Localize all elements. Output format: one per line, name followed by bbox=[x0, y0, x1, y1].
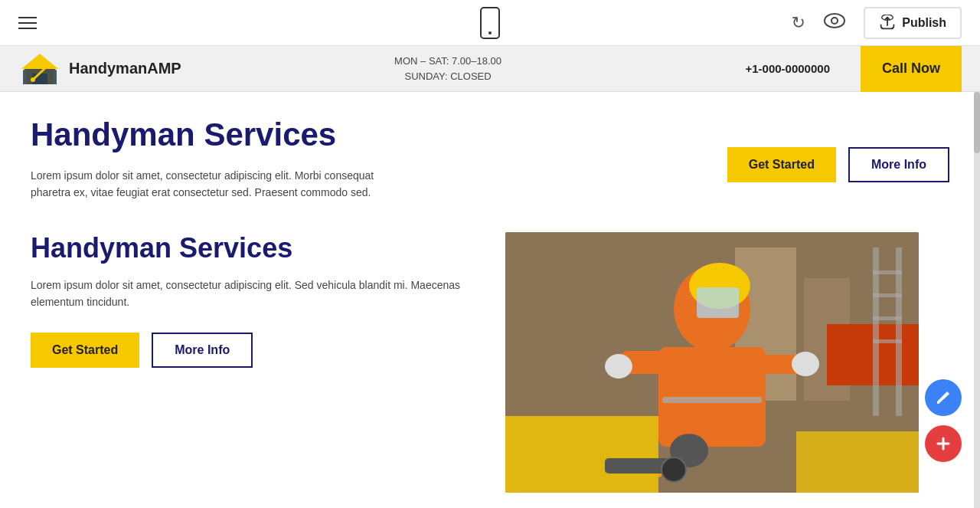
brand-name: HandymanAMP bbox=[69, 60, 181, 77]
svg-rect-38 bbox=[873, 339, 902, 343]
publish-button[interactable]: Publish bbox=[864, 7, 962, 39]
preview-eye-icon[interactable] bbox=[824, 13, 845, 33]
svg-point-23 bbox=[605, 354, 632, 379]
scrollbar-track[interactable] bbox=[974, 92, 980, 508]
svg-rect-14 bbox=[505, 416, 658, 493]
svg-point-9 bbox=[44, 64, 49, 69]
svg-rect-32 bbox=[662, 397, 762, 403]
header-hours: MON – SAT: 7.00–18.00 SUNDAY: CLOSED bbox=[181, 54, 715, 84]
phone-dot bbox=[488, 31, 492, 34]
page-title: Handyman Services bbox=[31, 116, 727, 153]
logo-area: HandymanAMP bbox=[18, 52, 181, 86]
section-2-left: Handyman Services Lorem ipsum dolor sit … bbox=[31, 232, 475, 368]
svg-point-24 bbox=[792, 352, 819, 376]
undo-icon[interactable]: ↺ bbox=[792, 13, 805, 33]
svg-marker-7 bbox=[21, 54, 58, 69]
toolbar-right: ↺ Publish bbox=[792, 7, 962, 39]
get-started-button-2[interactable]: Get Started bbox=[31, 333, 139, 368]
svg-point-31 bbox=[662, 457, 686, 482]
fab-edit-button[interactable] bbox=[925, 379, 962, 416]
scrollbar-thumb[interactable] bbox=[974, 92, 980, 153]
svg-rect-35 bbox=[873, 270, 902, 274]
more-info-button-1[interactable]: More Info bbox=[848, 147, 949, 182]
section-2-right bbox=[505, 232, 949, 493]
publish-label: Publish bbox=[902, 16, 946, 30]
get-started-button-1[interactable]: Get Started bbox=[727, 147, 836, 182]
toolbar-center bbox=[480, 7, 500, 39]
toolbar: ↺ Publish bbox=[0, 0, 980, 46]
svg-point-0 bbox=[825, 14, 844, 28]
worker-image bbox=[505, 232, 919, 493]
fab-add-button[interactable] bbox=[925, 425, 962, 462]
site-header: HandymanAMP MON – SAT: 7.00–18.00 SUNDAY… bbox=[0, 46, 980, 92]
toolbar-left bbox=[18, 17, 37, 29]
hours-line1: MON – SAT: 7.00–18.00 bbox=[181, 54, 715, 69]
section-1: Handyman Services Lorem ipsum dolor sit … bbox=[0, 92, 980, 217]
svg-point-1 bbox=[831, 18, 838, 24]
svg-rect-37 bbox=[873, 316, 902, 320]
hours-line2: SUNDAY: CLOSED bbox=[181, 69, 715, 84]
section-2-buttons: Get Started More Info bbox=[31, 333, 475, 368]
svg-rect-19 bbox=[697, 287, 739, 318]
content-area: HandymanAMP MON – SAT: 7.00–18.00 SUNDAY… bbox=[0, 46, 980, 508]
section-1-text: Handyman Services Lorem ipsum dolor sit … bbox=[31, 116, 727, 202]
section-2-body: Lorem ipsum dolor sit amet, consectetur … bbox=[31, 277, 475, 311]
header-phone: +1-000-0000000 bbox=[745, 62, 830, 75]
fab-container bbox=[925, 379, 962, 462]
section-1-buttons: Get Started More Info bbox=[727, 116, 949, 182]
svg-rect-36 bbox=[873, 293, 902, 297]
section-1-inner: Handyman Services Lorem ipsum dolor sit … bbox=[31, 116, 949, 202]
section-2-title: Handyman Services bbox=[31, 232, 475, 264]
more-info-button-2[interactable]: More Info bbox=[152, 333, 253, 368]
mobile-preview-icon[interactable] bbox=[480, 7, 500, 39]
app-layout: ↺ Publish bbox=[0, 0, 980, 508]
section-2: Handyman Services Lorem ipsum dolor sit … bbox=[0, 217, 980, 508]
logo-svg bbox=[18, 52, 61, 86]
svg-point-10 bbox=[31, 77, 35, 82]
hamburger-menu[interactable] bbox=[18, 17, 37, 29]
page-subtitle: Lorem ipsum dolor sit amet, consectetur … bbox=[31, 167, 398, 202]
svg-rect-15 bbox=[796, 431, 919, 493]
call-now-button[interactable]: Call Now bbox=[861, 46, 962, 92]
